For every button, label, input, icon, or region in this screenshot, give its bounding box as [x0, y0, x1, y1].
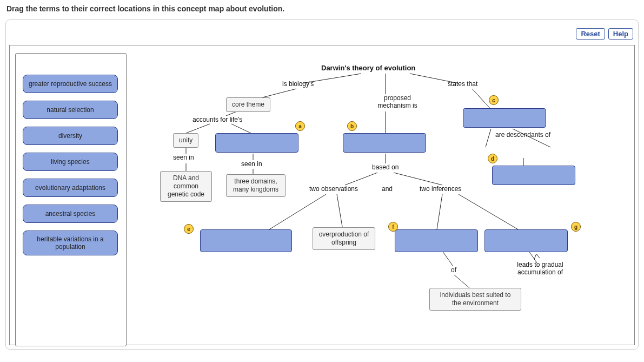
drop-slot-b[interactable] [343, 133, 426, 153]
node-dna: DNA and common genetic code [160, 171, 212, 202]
svg-line-26 [534, 254, 536, 259]
term-living-species[interactable]: living species [23, 153, 118, 171]
help-button[interactable]: Help [608, 28, 633, 40]
badge-e: e [184, 224, 194, 234]
title-darwin: Darwin's theory of evolution [321, 64, 415, 72]
svg-line-24 [454, 275, 469, 288]
term-ancestral-species[interactable]: ancestral species [23, 205, 118, 223]
node-three-domains: three domains, many kingdoms [226, 174, 286, 197]
label-proposed-mechanism: proposed mechanism is [373, 94, 422, 109]
svg-line-27 [536, 254, 540, 258]
badge-d: d [488, 154, 497, 163]
drop-slot-f[interactable] [395, 229, 478, 252]
svg-line-5 [186, 124, 210, 133]
badge-f: f [388, 222, 398, 232]
drop-slot-g[interactable] [484, 229, 568, 252]
label-and: and [382, 185, 393, 193]
canvas: Reset Help greater reproductive success … [9, 45, 635, 345]
label-states-that: states that [448, 80, 477, 88]
label-accounts-for: accounts for life's [192, 116, 242, 123]
instruction-text: Drag the terms to their correct location… [0, 0, 644, 17]
term-diversity[interactable]: diversity [23, 127, 118, 145]
label-are-descendants: are descendants of [495, 131, 550, 139]
svg-line-17 [437, 194, 442, 229]
term-natural-selection[interactable]: natural selection [23, 101, 118, 119]
svg-line-23 [442, 251, 453, 266]
svg-line-19 [472, 89, 491, 109]
label-leads-to: leads to gradual accumulation of [505, 261, 575, 276]
svg-line-20 [486, 129, 491, 147]
label-two-inferences: two inferences [420, 185, 461, 193]
badge-c: c [489, 95, 499, 105]
label-seen-in-left: seen in [173, 154, 194, 161]
reset-button[interactable]: Reset [576, 28, 605, 40]
label-of: of [451, 266, 456, 274]
node-unity: unity [173, 133, 198, 148]
drop-slot-c[interactable] [463, 108, 546, 128]
node-overproduction: overproduction of offspring [313, 227, 375, 250]
label-is-biologys: is biology's [282, 80, 314, 88]
badge-g: g [571, 222, 581, 232]
exercise-frame: Reset Help greater reproductive success … [5, 19, 639, 350]
node-core-theme: core theme [226, 97, 270, 112]
svg-line-16 [337, 194, 342, 227]
node-best-suited: individuals best suited to the environme… [429, 288, 521, 311]
badge-a: a [295, 121, 305, 131]
drop-slot-e[interactable] [200, 229, 292, 252]
drop-slot-a[interactable] [215, 133, 298, 153]
label-two-observations: two observations [309, 185, 358, 193]
term-heritable-variations[interactable]: heritable variations in a population [23, 231, 118, 255]
svg-line-15 [269, 194, 326, 229]
label-based-on: based on [372, 163, 399, 171]
toolbar: Reset Help [576, 28, 633, 40]
svg-line-14 [394, 173, 442, 185]
term-bank: greater reproductive success natural sel… [23, 75, 118, 255]
badge-b: b [347, 121, 357, 131]
term-evolutionary-adaptations[interactable]: evolutionary adaptations [23, 179, 118, 197]
svg-line-18 [459, 194, 518, 229]
label-seen-in-mid: seen in [241, 160, 262, 168]
term-greater-reproductive-success[interactable]: greater reproductive success [23, 75, 118, 93]
drop-slot-d[interactable] [492, 166, 575, 185]
svg-line-13 [345, 173, 377, 185]
